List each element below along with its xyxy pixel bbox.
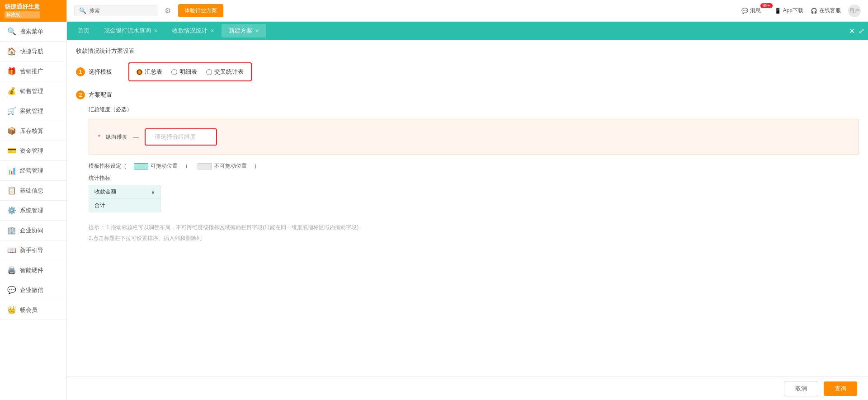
book-icon: 📖: [7, 246, 16, 254]
message-icon: 💬: [741, 8, 748, 14]
app-version: 标准版: [5, 11, 40, 19]
draggable-box: [134, 163, 148, 169]
tab-actions: ✕ ⤢: [849, 27, 864, 35]
building-icon: 🏢: [7, 226, 16, 235]
section2-number: 2: [76, 90, 85, 99]
card-icon: 💳: [7, 146, 16, 155]
sidebar-item-label: 库存核算: [20, 127, 43, 135]
metrics-settings-end: ）: [254, 162, 259, 170]
support-label: 在线客服: [819, 7, 841, 14]
non-draggable-box: [198, 163, 212, 169]
radio-summary[interactable]: 汇总表: [137, 68, 162, 76]
legend-draggable: 可拖动位置: [134, 162, 178, 170]
tab-home-label: 首页: [78, 27, 90, 35]
money-icon: 💰: [7, 87, 16, 95]
dimension-arrow: —: [133, 133, 139, 141]
cart-icon: 🛒: [7, 107, 16, 115]
gift-icon: 🎁: [7, 67, 16, 75]
cancel-button[interactable]: 取消: [784, 381, 818, 396]
sidebar-item-label: 企业协同: [20, 226, 43, 235]
section1-label: 选择模板: [89, 68, 112, 76]
sidebar-item-label: 新手引导: [20, 246, 43, 254]
search-input[interactable]: [89, 8, 152, 14]
search-menu-icon: 🔍: [7, 27, 16, 36]
close-new-plan-icon[interactable]: ✕: [255, 28, 259, 34]
radio-cross-input[interactable]: [206, 69, 212, 75]
download-badge[interactable]: 📱 App下载: [774, 7, 803, 14]
search-icon: 🔍: [79, 7, 86, 14]
box-icon: 📦: [7, 127, 16, 135]
section1-header: 1 选择模板 汇总表 明细表 交叉统计表: [76, 62, 859, 81]
tip-1: 提示： 1.拖动标题栏可以调整布局，不可跨维度或指标区域拖动栏目字段(只能在同一…: [89, 223, 859, 233]
support-icon: 🎧: [811, 8, 817, 14]
tab-new-plan[interactable]: 新建方案 ✕: [222, 24, 266, 38]
sidebar-item-label: 经营管理: [20, 167, 43, 175]
trial-button[interactable]: 体验行业方案: [178, 4, 223, 17]
crown-icon: 👑: [7, 306, 16, 314]
section2-header: 2 方案配置: [76, 90, 859, 99]
topbar-right: 💬 消息 99+ 📱 App下载 🎧 在线客服 用户: [741, 5, 861, 17]
radio-summary-input[interactable]: [137, 69, 142, 75]
dimension-row: * 纵向维度 — 请选择分组维度: [98, 128, 849, 146]
sidebar-item-member[interactable]: 👑 畅会员: [0, 300, 66, 320]
tab-home[interactable]: 首页: [71, 24, 97, 38]
sidebar-item-sales[interactable]: 💰 销售管理: [0, 81, 66, 101]
sidebar-item-label: 营销推广: [20, 67, 43, 75]
metric-header-row: 收款金额 ∨: [89, 185, 160, 199]
sidebar-item-quick-nav[interactable]: 🏠 快捷导航: [0, 42, 66, 61]
legend-draggable-label: 可拖动位置: [151, 162, 178, 170]
radio-cross[interactable]: 交叉统计表: [206, 68, 244, 76]
radio-detail-input[interactable]: [171, 69, 177, 75]
message-label: 消息: [750, 7, 761, 14]
tab-receipt-stats-label: 收款情况统计: [172, 27, 208, 35]
sidebar-item-wechat[interactable]: 💬 企业微信: [0, 280, 66, 300]
radio-detail[interactable]: 明细表: [171, 68, 197, 76]
tab-new-plan-label: 新建方案: [229, 27, 252, 35]
sidebar-item-operations[interactable]: 📊 经营管理: [0, 161, 66, 181]
sidebar-item-label: 企业微信: [20, 286, 43, 294]
tips-section: 提示： 1.拖动标题栏可以调整布局，不可跨维度或指标区域拖动栏目字段(只能在同一…: [89, 223, 859, 243]
search-box[interactable]: 🔍: [74, 5, 157, 16]
sidebar-item-hardware[interactable]: 🖨️ 智能硬件: [0, 260, 66, 280]
message-count: 99+: [760, 3, 773, 8]
close-bank-flow-icon[interactable]: ✕: [154, 28, 158, 34]
sidebar-item-label: 采购管理: [20, 107, 43, 115]
tip-2: 2.点击标题栏下拉可设置排序、插入列和删除列: [89, 234, 859, 244]
sidebar-item-system[interactable]: ⚙️ 系统管理: [0, 201, 66, 221]
section2-label: 方案配置: [89, 91, 112, 99]
settings-icon[interactable]: ⚙: [165, 6, 171, 15]
close-receipt-stats-icon[interactable]: ✕: [210, 28, 214, 34]
minimize-icon[interactable]: ✕: [849, 27, 855, 35]
metric-chevron-icon[interactable]: ∨: [151, 189, 155, 195]
tab-bank-flow-label: 现金银行流水查询: [104, 27, 151, 35]
page-content: 收款情况统计方案设置 1 选择模板 汇总表 明细表: [67, 40, 868, 376]
dimension-selector[interactable]: 请选择分组维度: [145, 128, 217, 146]
message-badge[interactable]: 💬 消息 99+: [741, 7, 767, 14]
section1-number: 1: [76, 67, 85, 76]
radio-detail-label: 明细表: [179, 68, 197, 76]
app-logo: 畅捷通好生意 标准版: [0, 0, 66, 22]
sidebar-item-marketing[interactable]: 🎁 营销推广: [0, 61, 66, 81]
tab-bank-flow[interactable]: 现金银行流水查询 ✕: [97, 24, 165, 38]
sidebar-item-finance[interactable]: 💳 资金管理: [0, 141, 66, 161]
tab-receipt-stats[interactable]: 收款情况统计 ✕: [165, 24, 222, 38]
sidebar-item-label: 搜索菜单: [20, 28, 43, 36]
dimension-area: * 纵向维度 — 请选择分组维度: [89, 119, 859, 155]
clipboard-icon: 📋: [7, 186, 16, 195]
sidebar-item-label: 快捷导航: [20, 47, 43, 56]
sidebar-item-inventory[interactable]: 📦 库存核算: [0, 121, 66, 141]
metrics-section-title: 统计指标: [89, 174, 859, 182]
legend-non-draggable-label: 不可拖动位置: [214, 162, 247, 170]
user-avatar[interactable]: 用户: [848, 5, 861, 17]
dimension-label: 纵向维度: [106, 133, 127, 141]
sidebar-item-search-menu[interactable]: 🔍 搜索菜单: [0, 22, 66, 42]
maximize-icon[interactable]: ⤢: [859, 27, 864, 35]
sidebar-item-guide[interactable]: 📖 新手引导: [0, 240, 66, 260]
config-body: 汇总维度（必选） * 纵向维度 — 请选择分组维度 模板指标设定（: [89, 106, 859, 243]
nav-tabs: 首页 现金银行流水查询 ✕ 收款情况统计 ✕ 新建方案 ✕ ✕ ⤢: [67, 22, 868, 40]
query-button[interactable]: 查询: [824, 381, 857, 396]
sidebar-item-corp[interactable]: 🏢 企业协同: [0, 221, 66, 240]
support-badge[interactable]: 🎧 在线客服: [811, 7, 841, 14]
sidebar-item-purchase[interactable]: 🛒 采购管理: [0, 101, 66, 121]
sidebar-item-basic-info[interactable]: 📋 基础信息: [0, 181, 66, 201]
